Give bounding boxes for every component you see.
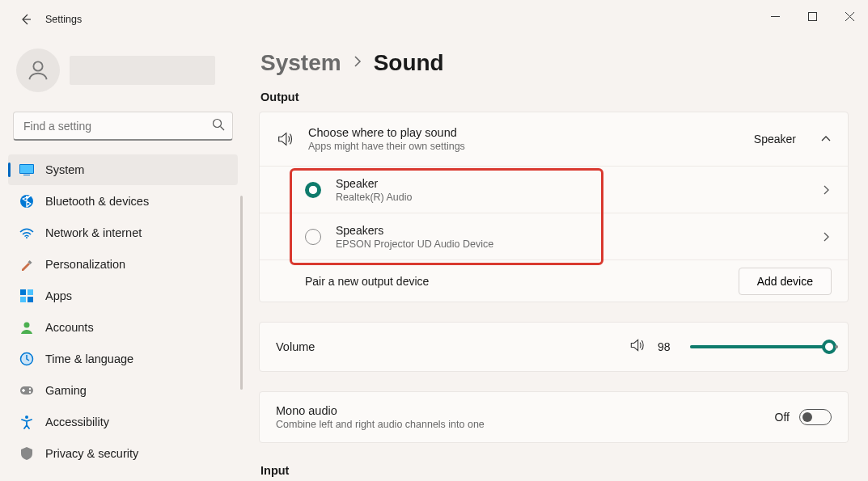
svg-point-2 bbox=[214, 120, 222, 128]
mono-state-label: Off bbox=[775, 411, 790, 424]
chevron-right-icon bbox=[353, 55, 362, 72]
output-card: Choose where to play sound Apps might ha… bbox=[259, 112, 849, 302]
svg-rect-9 bbox=[28, 289, 33, 295]
sidebar-item-gaming[interactable]: Gaming bbox=[8, 375, 238, 406]
output-subtitle: Apps might have their own settings bbox=[308, 141, 739, 152]
svg-rect-5 bbox=[23, 175, 30, 175]
sidebar-item-label: Apps bbox=[45, 289, 72, 302]
sidebar-item-accessibility[interactable]: Accessibility bbox=[8, 407, 238, 437]
radio-button[interactable] bbox=[305, 182, 321, 198]
volume-icon[interactable] bbox=[629, 337, 645, 357]
svg-rect-8 bbox=[20, 289, 26, 295]
sidebar-item-privacy[interactable]: Privacy & security bbox=[8, 438, 238, 469]
svg-point-1 bbox=[33, 61, 42, 70]
svg-rect-4 bbox=[20, 165, 33, 173]
volume-slider[interactable] bbox=[690, 345, 832, 348]
search-box[interactable] bbox=[13, 112, 233, 141]
device-subtitle: EPSON Projector UD Audio Device bbox=[336, 238, 806, 250]
svg-point-12 bbox=[24, 323, 30, 328]
app-title: Settings bbox=[45, 14, 82, 25]
sidebar-item-bluetooth[interactable]: Bluetooth & devices bbox=[8, 186, 238, 217]
add-device-button[interactable]: Add device bbox=[739, 268, 832, 295]
arrow-left-icon bbox=[19, 13, 32, 26]
accounts-icon bbox=[19, 320, 34, 335]
output-device-row[interactable]: SpeakersEPSON Projector UD Audio Device bbox=[260, 213, 848, 259]
sidebar-item-time[interactable]: Time & language bbox=[8, 344, 238, 374]
sidebar-item-personalization[interactable]: Personalization bbox=[8, 249, 238, 280]
sidebar-item-accounts[interactable]: Accounts bbox=[8, 312, 238, 343]
output-selected-value: Speaker bbox=[754, 133, 796, 146]
svg-point-15 bbox=[29, 388, 31, 390]
svg-rect-11 bbox=[28, 297, 33, 302]
minimize-icon bbox=[771, 12, 780, 21]
sidebar-item-label: Network & internet bbox=[45, 226, 142, 239]
search-icon bbox=[212, 118, 225, 134]
accessibility-icon bbox=[19, 415, 34, 429]
avatar bbox=[16, 49, 60, 92]
minimize-button[interactable] bbox=[756, 0, 794, 32]
profile-block[interactable] bbox=[6, 45, 243, 102]
close-button[interactable] bbox=[831, 0, 868, 32]
device-name: Speaker bbox=[336, 177, 806, 190]
svg-rect-0 bbox=[808, 12, 816, 20]
sidebar-item-label: Bluetooth & devices bbox=[45, 195, 149, 208]
breadcrumb-current: Sound bbox=[374, 50, 444, 76]
network-icon bbox=[19, 226, 34, 240]
sidebar-item-label: Accounts bbox=[45, 321, 94, 334]
pair-label: Pair a new output device bbox=[305, 275, 739, 288]
output-device-row[interactable]: SpeakerRealtek(R) Audio bbox=[260, 166, 848, 213]
sidebar-item-label: System bbox=[45, 163, 84, 176]
mono-title: Mono audio bbox=[276, 404, 765, 417]
person-icon bbox=[26, 58, 50, 82]
output-expander-header[interactable]: Choose where to play sound Apps might ha… bbox=[260, 112, 848, 166]
time-icon bbox=[19, 352, 34, 366]
maximize-icon bbox=[808, 12, 817, 21]
sidebar-scrollbar[interactable] bbox=[240, 196, 243, 390]
sidebar-item-label: Privacy & security bbox=[45, 447, 138, 460]
profile-name-placeholder bbox=[70, 56, 215, 85]
input-heading: Input bbox=[260, 464, 849, 477]
output-title: Choose where to play sound bbox=[308, 126, 739, 139]
breadcrumb: System Sound bbox=[260, 50, 849, 76]
chevron-right-icon bbox=[820, 231, 832, 243]
svg-rect-10 bbox=[20, 297, 26, 302]
breadcrumb-parent[interactable]: System bbox=[260, 50, 341, 76]
mono-toggle[interactable] bbox=[799, 409, 832, 425]
svg-point-17 bbox=[25, 416, 28, 419]
svg-point-16 bbox=[29, 391, 31, 393]
device-subtitle: Realtek(R) Audio bbox=[336, 192, 806, 203]
mono-card: Mono audio Combine left and right audio … bbox=[259, 391, 849, 443]
close-icon bbox=[845, 12, 854, 21]
speaker-icon bbox=[276, 130, 294, 148]
chevron-right-icon bbox=[820, 184, 832, 196]
chevron-up-icon bbox=[820, 133, 832, 145]
sidebar-item-label: Personalization bbox=[45, 258, 125, 271]
volume-card: Volume 98 bbox=[259, 322, 849, 372]
pair-row: Pair a new output device Add device bbox=[260, 259, 848, 302]
maximize-button[interactable] bbox=[794, 0, 831, 32]
nav-list: SystemBluetooth & devicesNetwork & inter… bbox=[6, 154, 243, 475]
volume-value: 98 bbox=[658, 340, 677, 353]
sidebar-item-apps[interactable]: Apps bbox=[8, 281, 238, 311]
slider-thumb[interactable] bbox=[822, 340, 836, 354]
sidebar-item-network[interactable]: Network & internet bbox=[8, 217, 238, 248]
sidebar-item-label: Accessibility bbox=[45, 416, 109, 428]
personalization-icon bbox=[19, 257, 34, 272]
search-input[interactable] bbox=[13, 112, 233, 141]
back-button[interactable] bbox=[10, 3, 42, 36]
bluetooth-icon bbox=[19, 194, 34, 209]
volume-label: Volume bbox=[276, 340, 616, 353]
mono-subtitle: Combine left and right audio channels in… bbox=[276, 419, 765, 430]
device-name: Speakers bbox=[336, 224, 806, 237]
radio-button[interactable] bbox=[305, 229, 321, 245]
output-heading: Output bbox=[260, 91, 849, 103]
sidebar-item-label: Gaming bbox=[45, 384, 87, 397]
sidebar-item-system[interactable]: System bbox=[8, 154, 238, 185]
apps-icon bbox=[19, 289, 34, 303]
privacy-icon bbox=[19, 446, 34, 461]
gaming-icon bbox=[19, 383, 34, 398]
system-icon bbox=[19, 162, 34, 177]
sidebar-item-label: Time & language bbox=[45, 352, 133, 365]
